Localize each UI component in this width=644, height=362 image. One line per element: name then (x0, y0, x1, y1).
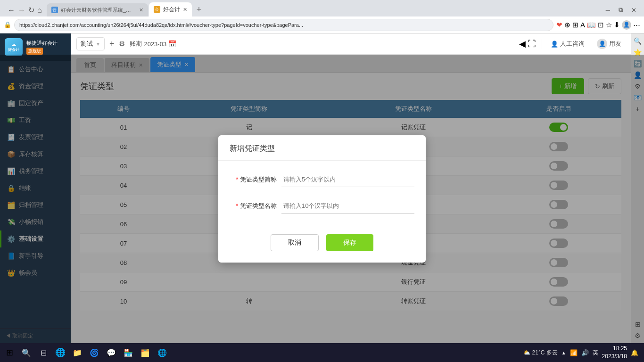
logo-cloud-icon: ☁ (11, 42, 16, 47)
modal-body: * 凭证类型简称 * 凭证类型名称 (218, 161, 426, 230)
start-button[interactable]: ⊞ (2, 345, 17, 360)
wechat-taskbar-icon[interactable]: 💬 (104, 345, 119, 360)
favorites-icon[interactable]: ❤ (556, 21, 562, 29)
logo-badge: 旗舰版 (26, 48, 43, 55)
logo-sub: 好会计 (8, 47, 19, 52)
chrome-taskbar-icon[interactable]: 🌀 (87, 345, 102, 360)
right-search-icon[interactable]: 🔍 (634, 37, 642, 45)
user-avatar-icon: 👤 (597, 39, 607, 49)
weather-text: 21°C 多云 (532, 349, 558, 357)
expand-icon[interactable]: ⛶ (528, 39, 536, 49)
collapse-icon[interactable]: ◀ (519, 39, 526, 49)
logo-name: 畅捷通好会计 (26, 40, 58, 47)
taskbar-right: ⛅ 21°C 多云 ▲ 📶 🔊 英 18:25 2023/3/18 🔔 (518, 345, 644, 361)
save-button[interactable]: 保存 (326, 234, 373, 251)
right-panel-icons: ◀ ⛶ (519, 39, 542, 49)
download-icon[interactable]: ⬇ (614, 21, 620, 29)
modal-title: 新增凭证类型 (230, 144, 275, 154)
name-label-text: 凭证类型名称 (240, 202, 277, 209)
appstore-taskbar-icon[interactable]: 🏪 (121, 345, 136, 360)
period-value: 2023-03 (144, 41, 166, 48)
nav-home[interactable]: ⌂ (37, 6, 42, 15)
tab2-label: 好会计 (163, 6, 180, 14)
name-input[interactable] (281, 198, 414, 214)
address-bar: 🔒 https://cloud2.chanjet.com/accounting/… (0, 16, 644, 33)
tab1-favicon: 云 (51, 7, 58, 13)
clock-date: 2023/3/18 (602, 353, 627, 361)
form-row-name: * 凭证类型名称 (230, 198, 414, 214)
consult-label: 人工咨询 (560, 40, 585, 48)
nav-refresh[interactable]: ↻ (28, 6, 34, 15)
consult-btn[interactable]: 👤 人工咨询 (547, 40, 588, 48)
url-display[interactable]: https://cloud2.chanjet.com/accounting/uh… (14, 19, 553, 31)
font-icon[interactable]: A (580, 21, 585, 29)
name-label: * 凭证类型名称 (230, 202, 281, 210)
task-view-icon[interactable]: ⊟ (36, 345, 51, 360)
weather-icon: ⛅ (523, 349, 530, 356)
consult-icon: 👤 (551, 41, 558, 48)
modal-overlay: 新增凭证类型 * 凭证类型简称 * 凭证类型名称 (0, 55, 644, 343)
browser-chrome: ← → ↻ ⌂ 云 好会计云财务软件管理系统_会计 ✕ 会 好会计 ✕ + ─ … (0, 0, 644, 16)
sound-icon[interactable]: 🔊 (581, 349, 589, 356)
add-workspace-icon[interactable]: + (109, 39, 115, 49)
browser-tab-2[interactable]: 会 好会计 ✕ (149, 2, 192, 16)
modal-header: 新增凭证类型 (218, 135, 426, 161)
browser-tab-1[interactable]: 云 好会计云财务软件管理系统_会计 ✕ (47, 3, 148, 16)
folder-taskbar-icon[interactable]: 🗂️ (138, 345, 153, 360)
nav-back[interactable]: ← (8, 6, 15, 15)
taskbar: ⊞ 🔍 ⊟ 🌐 📁 🌀 💬 🏪 🗂️ 🌐 ⛅ 21°C 多云 ▲ 📶 🔊 英 1… (0, 343, 644, 362)
win-restore[interactable]: ⧉ (615, 5, 627, 15)
edge2-taskbar-icon[interactable]: 🌐 (155, 345, 170, 360)
explorer-taskbar-icon[interactable]: 📁 (70, 345, 85, 360)
split-view-icon[interactable]: ⊡ (598, 21, 604, 29)
tab2-close[interactable]: ✕ (183, 7, 187, 13)
workspace-selector[interactable]: 测试 ▼ (76, 37, 105, 50)
period-label: 账期 (130, 40, 142, 48)
profile-icon[interactable]: 👤 (622, 20, 631, 30)
workspace-name: 测试 (81, 40, 93, 48)
settings-gear-icon[interactable]: ⚙ (119, 40, 125, 48)
nav-forward[interactable]: → (18, 6, 25, 15)
win-minimize[interactable]: ─ (602, 6, 614, 15)
abbr-label-text: 凭证类型简称 (240, 176, 277, 183)
form-row-abbr: * 凭证类型简称 (230, 172, 414, 187)
extension-icon-1[interactable]: ⊕ (564, 21, 570, 29)
lang-indicator[interactable]: 英 (593, 349, 598, 357)
app-header: 测试 ▼ + ⚙ 账期 2023-03 📅 ◀ ⛶ 👤 人工咨询 👤 (71, 33, 631, 55)
clock-time: 18:25 (602, 345, 627, 353)
cancel-button[interactable]: 取消 (271, 234, 319, 251)
user-label: 用友 (609, 40, 621, 48)
period-info: 账期 2023-03 📅 (130, 40, 176, 48)
period-lock-icon: 📅 (168, 40, 176, 48)
taskbar-left: ⊞ 🔍 ⊟ 🌐 📁 🌀 💬 🏪 🗂️ 🌐 (0, 345, 172, 360)
tab1-label: 好会计云财务软件管理系统_会计 (61, 7, 136, 14)
browser-toolbar: ❤ ⊕ ⊞ A 📖 ⊡ ☆ ⬇ 👤 ⋯ (556, 20, 640, 30)
collections-icon[interactable]: ⊞ (572, 21, 578, 29)
clock: 18:25 2023/3/18 (602, 345, 627, 361)
network-icon[interactable]: 📶 (570, 349, 578, 356)
url-text: https://cloud2.chanjet.com/accounting/uh… (19, 22, 303, 28)
window-controls: ─ ⧉ ✕ (602, 5, 640, 16)
weather-info: ⛅ 21°C 多云 (523, 349, 558, 357)
arrow-up-icon[interactable]: ▲ (561, 350, 566, 355)
modal-footer: 取消 保存 (218, 230, 426, 263)
abbr-label: * 凭证类型简称 (230, 175, 281, 184)
win-close[interactable]: ✕ (627, 6, 640, 15)
favorites-star[interactable]: ☆ (606, 21, 612, 29)
modal-dialog: 新增凭证类型 * 凭证类型简称 * 凭证类型名称 (218, 135, 426, 263)
edge-taskbar-icon[interactable]: 🌐 (53, 345, 68, 360)
more-icon[interactable]: ⋯ (633, 21, 640, 29)
security-icon: 🔒 (4, 21, 11, 28)
user-btn[interactable]: 👤 用友 (593, 39, 625, 49)
search-taskbar-icon[interactable]: 🔍 (19, 345, 34, 360)
read-view-icon[interactable]: 📖 (587, 21, 596, 29)
new-tab-btn[interactable]: + (193, 4, 206, 16)
logo-icon: ☁ 好会计 (5, 38, 23, 56)
workspace-chevron: ▼ (96, 41, 100, 47)
tab2-favicon: 会 (154, 6, 160, 13)
notification-icon[interactable]: 🔔 (631, 349, 638, 356)
browser-tabs: 云 好会计云财务软件管理系统_会计 ✕ 会 好会计 ✕ + (47, 2, 601, 16)
abbr-input[interactable] (281, 172, 414, 187)
tab1-close[interactable]: ✕ (139, 7, 143, 13)
